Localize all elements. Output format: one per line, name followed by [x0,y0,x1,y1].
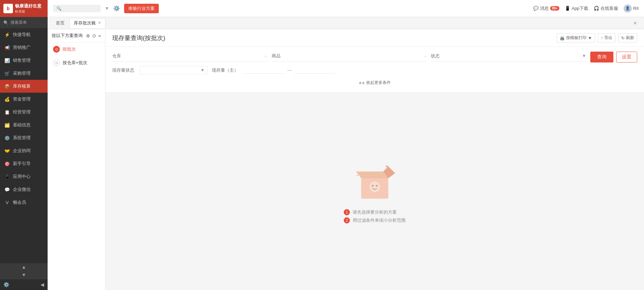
settings-icon[interactable]: ⚙️ [3,282,9,287]
sidebar-item-inventory[interactable]: 📦 库存核算 [0,80,48,93]
scheme-item-by-batch[interactable]: ⊙ 按批次 [48,42,105,56]
sidebar-item-wechat[interactable]: 💬 企业微信 [0,183,48,196]
sidebar-item-label: 系统管理 [13,135,31,141]
sidebar-header: b 畅康通好生意 标准版 [0,0,48,17]
sidebar-item-label: 采购管理 [13,70,31,76]
system-icon: ⚙️ [4,135,10,141]
sidebar-company-info: 畅康通好生意 标准版 [15,3,41,14]
warehouse-more-icon[interactable]: ··· [264,54,268,58]
tab-close-icon[interactable]: ✕ [98,21,101,25]
warehouse-filter-input[interactable] [124,53,263,58]
empty-step-2: 2 用过滤条件来缩小分析范围 [344,217,406,223]
export-label: 导出 [604,35,612,41]
user-name: Rit [633,6,639,11]
status-filter-label: 状态 [431,53,440,59]
collapse-label: 收起更多条件 [366,80,391,86]
status-filter-input[interactable] [442,53,582,58]
purchase-icon: 🛒 [4,70,10,76]
guide-icon: 🎯 [4,161,10,167]
sidebar-item-label: 企业协同 [13,148,31,154]
search-icon: 🔍 [3,20,9,25]
print-template-button[interactable]: 🖨️ 按模板打印 ▼ [557,33,595,42]
sidebar-item-label: 应用中心 [13,174,31,180]
gear-icon[interactable]: ⚙️ [113,5,120,12]
page-actions: 🖨️ 按模板打印 ▼ ↑ 导出 ↻ 刷新 [557,33,637,42]
sidebar-item-finance[interactable]: 💰 资金管理 [0,93,48,106]
phone-icon: 📱 [565,6,570,11]
sidebar-item-appstore[interactable]: 📱 应用中心 [0,170,48,183]
dropdown-icon[interactable]: ▼ [105,6,109,11]
warehouse-filter-label: 仓库 [112,53,121,59]
stock-qty-max-input[interactable] [294,67,335,74]
collapse-bar[interactable]: ∧∧ 收起更多条件 [112,78,637,88]
sidebar-search[interactable]: 🔍 搜索菜单 [0,17,48,28]
collapse-icon[interactable]: ◀ [40,282,44,287]
headset-icon: 🎧 [594,6,599,11]
top-bar-search-box[interactable]: 🔍 [53,5,101,12]
sidebar-item-sales[interactable]: 📊 销售管理 [0,54,48,67]
query-button[interactable]: 查询 [590,52,613,62]
sidebar-item-operations[interactable]: 📋 经营管理 [0,106,48,119]
goods-filter-input[interactable] [283,53,422,58]
marketing-icon: 📢 [4,44,10,51]
filter-stock-quantity: 现存量（主） — [212,67,335,74]
stock-status-label: 现存量状态 [112,67,134,73]
user-avatar-item[interactable]: 👤 Rit [624,4,639,13]
stock-status-select[interactable]: ▼ [140,66,208,74]
sidebar-scroll-up[interactable]: ▲ [0,263,48,271]
messages-label: 消息 [540,5,549,12]
svg-text:✦: ✦ [385,164,389,169]
svg-point-5 [376,185,378,187]
online-service-item[interactable]: 🎧 在线客服 [594,5,618,12]
empty-steps: 1 请先选择要分析的方案 2 用过滤条件来缩小分析范围 [344,209,406,223]
filter-area: 仓库 ··· 商品 ··· 状态 ▼ [105,47,644,93]
goods-more-icon[interactable]: ··· [423,54,427,58]
export-button[interactable]: ↑ 导出 [598,33,615,42]
refresh-label: 刷新 [626,35,634,41]
app-download-label: App下载 [572,5,588,12]
enterprise-icon: 🤝 [4,148,10,154]
sidebar-item-guide[interactable]: 🎯 新手引导 [0,157,48,170]
trial-button[interactable]: 体验行业方案 [124,4,159,13]
sidebar-scroll-down[interactable]: ▼ [0,271,48,279]
sidebar-item-label: 快捷导航 [13,32,31,38]
tab-inventory-batch[interactable]: 库存批次账 ✕ [69,18,105,28]
tab-home[interactable]: 首页 [52,18,69,28]
refresh-button[interactable]: ↻ 刷新 [618,33,637,42]
settings-scheme-icon[interactable]: ⊙ [92,33,96,38]
print-dropdown-icon: ▼ [588,36,592,40]
stock-qty-min-input[interactable] [244,67,285,74]
printer-icon: 🖨️ [560,36,565,40]
sidebar-item-member[interactable]: V 畅会员 [0,196,48,209]
sidebar-item-basics[interactable]: 🗂️ 基础信息 [0,119,48,131]
add-scheme-icon[interactable]: ⊕ [86,33,90,38]
settings-button[interactable]: 设置 [616,52,637,62]
scheme-item-by-warehouse-batch[interactable]: ⊙ 按仓库+批次 [48,56,105,70]
tab-bar: 首页 库存批次账 ✕ ✕ [48,17,644,29]
export-icon: ↑ [601,36,603,40]
sidebar-item-label: 畅会员 [13,199,26,205]
app-download-item[interactable]: 📱 App下载 [565,5,588,12]
sidebar-footer: ⚙️ ◀ [0,279,48,290]
status-dropdown-icon[interactable]: ▼ [582,53,586,58]
quick-nav-icon: ⚡ [4,32,10,38]
empty-svg: ✦ ✦ [351,160,399,204]
scheme-label: 按仓库+批次 [63,60,87,66]
messages-item[interactable]: 💬 消息 99+ [533,5,559,12]
svg-point-4 [372,185,374,187]
tab-home-label: 首页 [56,20,65,26]
sidebar-item-enterprise[interactable]: 🤝 企业协同 [0,144,48,157]
stock-qty-dash: — [287,68,292,73]
sidebar-item-label: 资金管理 [13,96,31,102]
tab-panel-close-icon[interactable]: ✕ [630,20,640,26]
left-panel-title: 按以下方案查询 [52,33,83,39]
collapse-panel-icon[interactable]: « [98,33,101,38]
sidebar-item-marketing[interactable]: 📢 营销推广 [0,41,48,54]
sidebar-item-purchase[interactable]: 🛒 采购管理 [0,67,48,80]
scheme-active-icon: ⊙ [53,46,60,53]
sidebar-item-quick-nav[interactable]: ⚡ 快捷导航 [0,28,48,41]
stock-status-arrow: ▼ [200,68,205,73]
finance-icon: 💰 [4,96,10,102]
sidebar-item-system[interactable]: ⚙️ 系统管理 [0,131,48,144]
page-title: 现存量查询(按批次) [112,34,165,42]
